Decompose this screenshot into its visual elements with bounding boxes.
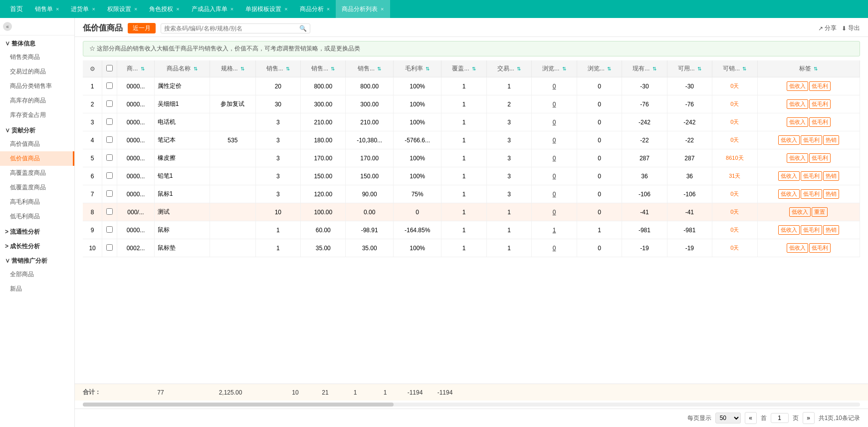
row-browse1[interactable]: 0 <box>532 149 577 167</box>
row-checkbox[interactable] <box>106 82 113 89</box>
search-icon[interactable]: 🔍 <box>299 25 307 32</box>
sidebar-collapse-btn[interactable]: « <box>3 22 12 31</box>
col-browse1[interactable]: 浏览... ⇅ <box>532 60 577 77</box>
col-sale3[interactable]: 销售... ⇅ <box>346 60 393 77</box>
scrollbar-track[interactable] <box>83 403 860 407</box>
col-name[interactable]: 商品名称 ⇅ <box>154 60 210 77</box>
col-trade[interactable]: 交易... ⇅ <box>486 60 531 77</box>
nav-purchase-order[interactable]: 进货单 × <box>65 0 101 18</box>
next-page-btn[interactable]: » <box>803 412 815 424</box>
sidebar-group-contribution[interactable]: ∨ 贡献分析 <box>0 122 74 137</box>
sidebar-item-high-value[interactable]: 高价值商品 <box>0 137 74 151</box>
page-number-input[interactable] <box>771 413 789 423</box>
col-stock[interactable]: 现有... ⇅ <box>622 60 667 77</box>
nav-product-stock[interactable]: 产成品入库单 × <box>186 0 239 18</box>
browse-link[interactable]: 0 <box>553 101 556 108</box>
sidebar-item-low-profit[interactable]: 低毛利商品 <box>0 209 74 224</box>
sidebar-group-flow[interactable]: > 流通性分析 <box>0 224 74 238</box>
nav-role-auth[interactable]: 角色授权 × <box>143 0 185 18</box>
col-browse2[interactable]: 浏览... ⇅ <box>577 60 622 77</box>
share-button[interactable]: ↗ 分享 <box>818 24 837 32</box>
browse-link[interactable]: 0 <box>553 209 556 216</box>
close-icon[interactable]: × <box>284 6 287 12</box>
col-cover[interactable]: 覆盖... ⇅ <box>441 60 486 77</box>
col-tags[interactable]: 标签 ⇅ <box>757 60 860 77</box>
row-checkbox[interactable] <box>106 208 113 215</box>
row-checkbox[interactable] <box>106 118 113 125</box>
row-browse1[interactable]: 0 <box>532 77 577 95</box>
sidebar-group-marketing[interactable]: ∨ 营销推广分析 <box>0 253 74 267</box>
scrollbar-thumb[interactable] <box>83 403 394 407</box>
close-icon[interactable]: × <box>327 6 330 12</box>
browse-link[interactable]: 0 <box>553 83 556 90</box>
row-checkbox-cell[interactable] <box>102 203 117 221</box>
browse-link[interactable]: 0 <box>553 191 556 198</box>
export-button[interactable]: ⬇ 导出 <box>842 24 860 32</box>
row-checkbox-cell[interactable] <box>102 77 117 95</box>
col-avail[interactable]: 可用... ⇅ <box>667 60 712 77</box>
row-checkbox[interactable] <box>106 154 113 161</box>
sidebar-item-sales-category[interactable]: 销售类商品 <box>0 50 74 64</box>
row-checkbox[interactable] <box>106 136 113 143</box>
col-code[interactable]: 商... ⇅ <box>117 60 155 77</box>
close-icon[interactable]: × <box>230 6 233 12</box>
close-icon[interactable]: × <box>134 6 137 12</box>
nav-home[interactable]: 首页 <box>4 0 29 18</box>
sidebar-item-low-value[interactable]: 低价值商品 <box>0 151 74 166</box>
row-checkbox[interactable] <box>106 190 113 197</box>
col-sale2[interactable]: 销售... ⇅ <box>301 60 346 77</box>
sidebar-item-traded[interactable]: 交易过的商品 <box>0 64 74 79</box>
nav-product-analysis[interactable]: 商品分析 × <box>294 0 336 18</box>
row-browse1[interactable]: 0 <box>532 95 577 113</box>
row-browse1[interactable]: 1 <box>532 221 577 239</box>
close-icon[interactable]: × <box>92 6 95 12</box>
row-browse1[interactable]: 0 <box>532 167 577 185</box>
browse-link[interactable]: 0 <box>553 173 556 180</box>
row-checkbox[interactable] <box>106 172 113 179</box>
row-checkbox-cell[interactable] <box>102 167 117 185</box>
sidebar-group-overall[interactable]: ∨ 整体信息 <box>0 35 74 50</box>
col-sale1[interactable]: 销售... ⇅ <box>255 60 300 77</box>
row-checkbox-cell[interactable] <box>102 113 117 131</box>
first-page-btn[interactable]: « <box>745 412 757 424</box>
browse-link[interactable]: 0 <box>553 155 556 162</box>
close-icon[interactable]: × <box>176 6 179 12</box>
sidebar-item-high-profit[interactable]: 高毛利商品 <box>0 195 74 209</box>
col-settings[interactable]: ⚙ <box>83 60 102 77</box>
row-browse1[interactable]: 0 <box>532 185 577 203</box>
nav-permission[interactable]: 权限设置 × <box>101 0 143 18</box>
browse-link[interactable]: 0 <box>553 245 556 252</box>
row-browse1[interactable]: 0 <box>532 239 577 257</box>
settings-icon[interactable]: ⚙ <box>90 65 95 72</box>
sidebar-item-new-products[interactable]: 新品 <box>0 282 74 296</box>
nav-template[interactable]: 单据模板设置 × <box>239 0 293 18</box>
row-checkbox-cell[interactable] <box>102 131 117 149</box>
filter-btn[interactable]: 近一月 <box>128 23 156 33</box>
close-icon[interactable]: × <box>56 6 59 12</box>
sidebar-item-high-coverage[interactable]: 高覆盖度商品 <box>0 166 74 180</box>
nav-sales-order[interactable]: 销售单 × <box>29 0 65 18</box>
row-checkbox[interactable] <box>106 244 113 251</box>
sidebar-item-low-coverage[interactable]: 低覆盖度商品 <box>0 180 74 195</box>
sidebar-item-all-products[interactable]: 全部商品 <box>0 267 74 282</box>
nav-product-analysis-list[interactable]: 商品分析列表 × <box>336 0 390 18</box>
table-container[interactable]: ⚙ 商... ⇅ 商品名称 ⇅ 规格... ⇅ 销售... ⇅ 销售... ⇅ … <box>75 60 868 384</box>
row-checkbox[interactable] <box>106 226 113 233</box>
row-checkbox-cell[interactable] <box>102 149 117 167</box>
row-checkbox-cell[interactable] <box>102 95 117 113</box>
close-icon[interactable]: × <box>381 6 384 12</box>
page-size-select[interactable]: 50 100 <box>715 413 741 424</box>
row-checkbox-cell[interactable] <box>102 185 117 203</box>
sidebar-item-high-stock[interactable]: 高库存的商品 <box>0 93 74 108</box>
col-gross[interactable]: 毛利率 ⇅ <box>393 60 441 77</box>
row-checkbox[interactable] <box>106 100 113 107</box>
row-browse1[interactable]: 0 <box>532 203 577 221</box>
col-spec[interactable]: 规格... ⇅ <box>210 60 255 77</box>
row-browse1[interactable]: 0 <box>532 113 577 131</box>
sidebar-item-stock-capital[interactable]: 库存资金占用 <box>0 108 74 122</box>
sidebar-item-category-rate[interactable]: 商品分类销售率 <box>0 79 74 93</box>
row-checkbox-cell[interactable] <box>102 239 117 257</box>
row-browse1[interactable]: 0 <box>532 131 577 149</box>
sidebar-group-growth[interactable]: > 成长性分析 <box>0 238 74 253</box>
browse-link[interactable]: 0 <box>553 119 556 126</box>
